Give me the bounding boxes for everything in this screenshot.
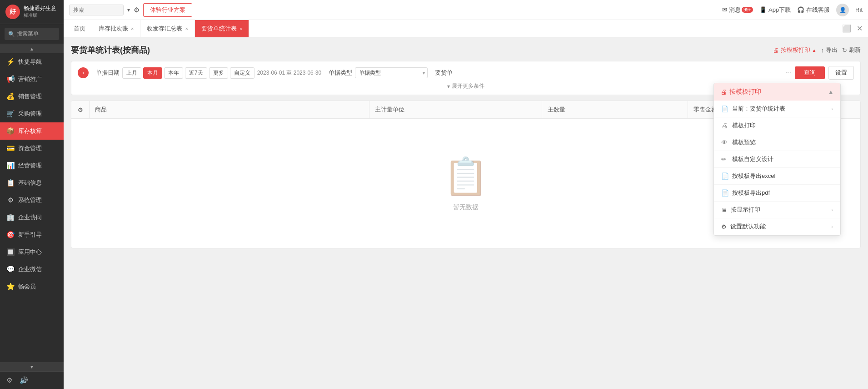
dropdown-current-item[interactable]: 📄 当前：要货单统计表 › [714,101,840,117]
industry-solution-button[interactable]: 体验行业方案 [143,3,192,17]
date-btn-7days[interactable]: 近7天 [185,67,207,79]
template-print-button[interactable]: 🖨 按模板打印 ▲ [773,46,817,54]
avatar-placeholder: 👤 [839,7,846,13]
dropdown-current-left: 📄 当前：要货单统计表 [721,105,785,113]
topbar-settings-button[interactable]: ⚙ [134,6,140,14]
th-product: 商品 [90,101,369,118]
sidebar-item-inventory[interactable]: 📦 库存核算 [0,122,64,140]
topbar-dropdown-button[interactable]: ▾ [127,7,130,13]
query-button[interactable]: 查询 [795,66,825,79]
sidebar-item-sales[interactable]: 💰 销售管理 [0,88,64,105]
date-btn-more[interactable]: 更多 [209,67,228,79]
dropdown-display-print-left: 🖥 按显示打印 [721,206,760,214]
dropdown-export-excel-item[interactable]: 📄 按模板导出excel [714,168,840,185]
page-header: 要货单统计表(按商品) 🖨 按模板打印 ▲ ↑ 导出 ↻ 刷新 [71,45,861,56]
sidebar-item-guide[interactable]: 🎯 新手引导 [0,226,64,243]
dropdown-header: 🖨 按模板打印 ▲ [714,83,840,101]
avatar[interactable]: 👤 [836,4,849,16]
settings-footer-icon[interactable]: ⚙ [6,376,12,384]
sound-footer-icon[interactable]: 🔊 [20,376,28,384]
order-type-select-wrapper: 单据类型 要货单 [355,67,428,78]
sidebar-item-quick-nav[interactable]: ⚡ 快捷导航 [0,53,64,71]
settings-button[interactable]: 设置 [828,66,854,80]
system-icon: ⚙ [6,196,15,204]
finance-icon: 💳 [6,144,15,152]
sidebar-logo: 好 畅捷通好生意 标准版 [0,0,64,24]
tab-requisition-stats[interactable]: 要货单统计表 × [195,20,249,37]
messages-badge: 99+ [742,7,753,13]
default-settings-arrow: › [831,224,833,229]
sidebar-item-operations[interactable]: 📊 经营管理 [0,157,64,174]
basic-icon: 📋 [6,179,15,187]
tab-maximize-button[interactable]: ⬜ [840,23,853,34]
dropdown-default-settings-left: ⚙ 设置默认功能 [721,222,766,231]
tab-collection-summary[interactable]: 收发存汇总表 × [140,20,195,37]
scroll-down-button[interactable]: ▼ [0,362,64,371]
dropdown-display-print-item[interactable]: 🖥 按显示打印 › [714,202,840,218]
dropdown-export-pdf-item[interactable]: 📄 按模板导出pdf [714,185,840,202]
tab-close-inventory-batch[interactable]: × [131,26,134,31]
tab-close-collection-summary[interactable]: × [185,26,188,31]
dropdown-template-preview-item[interactable]: 👁 模板预览 [714,134,840,151]
refresh-icon: ↻ [842,47,847,54]
tab-close-requisition-stats[interactable]: × [239,26,242,31]
order-type-select[interactable]: 单据类型 要货单 [355,67,428,78]
sidebar-search-area: 🔍 搜索菜单 [0,24,64,44]
template-preview-item-icon: 👁 [721,139,728,146]
download-icon: 📱 [759,6,767,13]
template-print-item-icon: 🖨 [721,122,728,129]
tabs-bar: 首页 库存批次账 × 收发存汇总表 × 要货单统计表 × ⬜ ✕ [64,20,868,37]
dropdown-template-print-item[interactable]: 🖨 模板打印 [714,117,840,134]
tabs-controls: ⬜ ✕ [840,23,864,34]
sidebar-item-app-center[interactable]: 🔲 应用中心 [0,243,64,261]
date-btn-this-month[interactable]: 本月 [143,67,162,79]
topbar-search-input[interactable] [69,5,124,15]
member-icon: ⭐ [6,283,15,291]
sidebar-item-wechat[interactable]: 💬 企业微信 [0,261,64,278]
dropdown-template-custom-item[interactable]: ✏ 模板自定义设计 [714,151,840,168]
date-btn-custom[interactable]: 自定义 [230,67,254,79]
export-button[interactable]: ↑ 导出 [821,46,838,54]
app-download-button[interactable]: 📱 App下载 [759,6,791,14]
dropdown-printer-icon: 🖨 [720,88,727,96]
export-pdf-item-icon: 📄 [721,189,728,197]
current-item-arrow: › [831,106,833,111]
tab-home[interactable]: 首页 [67,20,92,37]
tab-inventory-batch[interactable]: 库存批次账 × [92,20,140,37]
export-icon: ↑ [821,47,824,54]
operations-icon: 📊 [6,162,15,170]
date-buttons-group: 上月 本月 本年 近7天 更多 自定义 [122,67,254,79]
filter-row: › 单据日期 上月 本月 本年 近7天 更多 自定义 2023-06-01 至 … [78,66,854,80]
sidebar-item-system[interactable]: ⚙ 系统管理 [0,192,64,209]
sidebar-item-purchase[interactable]: 🛒 采购管理 [0,105,64,122]
more-options-icon[interactable]: ··· [785,69,791,77]
online-service-button[interactable]: 🎧 在线客服 [797,6,830,14]
dropdown-default-settings-item[interactable]: ⚙ 设置默认功能 › [714,218,840,235]
table-settings-icon[interactable]: ⚙ [78,106,83,113]
purchase-icon: 🛒 [6,110,15,118]
chevron-up-icon: ▲ [812,48,817,53]
filter-toggle-button[interactable]: › [78,67,89,78]
sidebar-item-enterprise[interactable]: 🏢 企业协同 [0,209,64,226]
topbar-left: ▾ ⚙ 体验行业方案 [69,3,718,17]
sidebar-item-finance[interactable]: 💳 资金管理 [0,140,64,157]
refresh-button[interactable]: ↻ 刷新 [842,46,861,54]
sidebar-item-member[interactable]: ⭐ 畅会员 [0,278,64,295]
messages-button[interactable]: ✉ 消息 99+ [722,6,753,14]
current-doc-icon: 📄 [721,106,728,112]
inventory-icon: 📦 [6,127,15,135]
scroll-up-button[interactable]: ▲ [0,44,64,53]
tab-close-all-button[interactable]: ✕ [855,23,864,34]
logo-icon: 好 [5,5,20,19]
date-filter-label: 单据日期 [96,69,120,77]
th-settings[interactable]: ⚙ [71,101,90,118]
sidebar-item-marketing[interactable]: 📢 营销推广 [0,71,64,88]
date-btn-last-month[interactable]: 上月 [122,67,141,79]
sidebar: 好 畅捷通好生意 标准版 🔍 搜索菜单 ▲ ⚡ 快捷导航 📢 营销推广 💰 销售… [0,0,64,389]
date-btn-this-year[interactable]: 本年 [164,67,183,79]
sidebar-item-basic[interactable]: 📋 基础信息 [0,174,64,192]
search-menu-button[interactable]: 🔍 搜索菜单 [5,28,59,40]
dropdown-close-button[interactable]: ▲ [828,88,834,96]
display-print-arrow: › [831,207,833,212]
expand-more-button[interactable]: ▾ 展开更多条件 [447,82,484,90]
